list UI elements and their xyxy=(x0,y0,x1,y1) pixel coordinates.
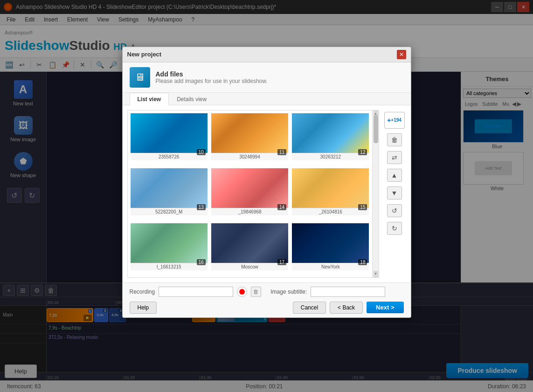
image-thumb-newyork xyxy=(292,223,369,263)
image-cell-12[interactable]: 12 30263212 xyxy=(291,112,370,165)
image-thumb-kid2 xyxy=(292,168,369,208)
add-files-button[interactable]: + +194 xyxy=(384,112,405,129)
modal-header-text: Add files Please add images for use in y… xyxy=(156,70,268,84)
new-project-modal: New project ✕ 🖥 Add files Please add ima… xyxy=(122,47,411,318)
image-cell-11[interactable]: 11 30248994 xyxy=(210,112,289,165)
modal-body: 10 23558726 11 30248994 12 30263212 xyxy=(123,105,411,282)
modal-fields: Recording 🗑 Image subtitle: xyxy=(130,287,404,297)
modal-tabs: List view Details view xyxy=(123,93,411,105)
image-thumb-glasses xyxy=(292,113,369,153)
modal-header-desc: Please add images for use in your slides… xyxy=(156,78,268,84)
add-count-label: +194 xyxy=(391,117,401,123)
move-up-button[interactable]: ▲ xyxy=(387,169,402,182)
image-cell-16[interactable]: 16 I_16613215 xyxy=(130,222,208,275)
record-button[interactable] xyxy=(237,287,247,297)
image-name-18: NewYork xyxy=(292,263,369,270)
image-cell-17[interactable]: 17 Moscow xyxy=(210,222,289,275)
rotate-ccw-ctrl[interactable]: ↺ xyxy=(387,204,402,217)
modal-close-button[interactable]: ✕ xyxy=(397,50,406,59)
image-num-14: 14 xyxy=(277,204,286,210)
image-name-13: 52282200_M xyxy=(131,208,208,215)
modal-header: 🖥 Add files Please add images for use in… xyxy=(123,62,411,93)
recording-field: Recording 🗑 xyxy=(130,287,262,297)
image-cell-15[interactable]: 15 _26104816 xyxy=(291,167,370,220)
grid-side-controls: + +194 🗑 ⇄ ▲ ▼ ↺ ↻ xyxy=(383,110,406,278)
image-thumb-kids xyxy=(211,113,288,153)
image-cell-13[interactable]: 13 52282200_M xyxy=(130,167,208,220)
image-grid-scrollbar[interactable]: ▲ ▼ xyxy=(372,110,379,277)
modal-help-button[interactable]: Help xyxy=(130,302,157,314)
rotate-cw-ctrl[interactable]: ↻ xyxy=(387,222,402,235)
modal-titlebar: New project ✕ xyxy=(123,47,411,62)
modal-overlay: New project ✕ 🖥 Add files Please add ima… xyxy=(0,0,533,392)
image-grid: 10 23558726 11 30248994 12 30263212 xyxy=(128,110,372,277)
image-num-18: 18 xyxy=(358,259,367,265)
modal-header-title: Add files xyxy=(156,70,268,78)
scroll-down-button[interactable]: ▼ xyxy=(374,271,378,277)
recording-input[interactable] xyxy=(159,287,233,297)
modal-next-button[interactable]: Next > xyxy=(367,302,403,313)
recording-delete-button[interactable]: 🗑 xyxy=(251,287,261,297)
image-thumb-dance xyxy=(131,168,208,208)
modal-bottom: Recording 🗑 Image subtitle: Help Cancel … xyxy=(123,282,411,317)
image-name-17: Moscow xyxy=(211,263,288,270)
image-subtitle-input[interactable] xyxy=(311,287,385,297)
image-name-10: 23558726 xyxy=(131,153,208,160)
image-num-17: 17 xyxy=(277,259,286,265)
image-subtitle-field: Image subtitle: xyxy=(270,287,385,297)
modal-header-icon: 🖥 xyxy=(130,67,150,88)
image-name-15: _26104816 xyxy=(292,208,369,215)
image-cell-10[interactable]: 10 23558726 xyxy=(130,112,208,165)
image-num-15: 15 xyxy=(358,204,367,210)
image-name-16: I_16613215 xyxy=(131,263,208,270)
image-name-12: 30263212 xyxy=(292,153,369,160)
image-thumb-group xyxy=(211,168,288,208)
image-thumb-family xyxy=(131,223,208,263)
scrollbar-thumb[interactable] xyxy=(374,115,378,143)
image-num-10: 10 xyxy=(197,149,206,155)
image-name-14: _19846968 xyxy=(211,208,288,215)
shuffle-button[interactable]: ⇄ xyxy=(387,151,402,164)
modal-actions: Help Cancel < Back Next > xyxy=(130,302,404,314)
record-dot-icon xyxy=(239,289,245,295)
image-cell-14[interactable]: 14 _19846968 xyxy=(210,167,289,220)
modal-cancel-button[interactable]: Cancel xyxy=(293,302,326,314)
image-num-12: 12 xyxy=(358,149,367,155)
delete-file-button[interactable]: 🗑 xyxy=(387,133,402,146)
image-num-11: 11 xyxy=(277,149,286,155)
modal-tab-list[interactable]: List view xyxy=(130,93,169,105)
image-num-13: 13 xyxy=(197,204,206,210)
modal-title: New project xyxy=(127,51,162,58)
image-subtitle-label: Image subtitle: xyxy=(270,289,307,295)
image-cell-18[interactable]: 18 NewYork xyxy=(291,222,370,275)
image-thumb-moscow xyxy=(211,223,288,263)
image-thumb-surf xyxy=(131,113,208,153)
image-num-16: 16 xyxy=(197,259,206,265)
recording-label: Recording xyxy=(130,289,155,295)
modal-tab-details[interactable]: Details view xyxy=(169,93,215,105)
modal-back-button[interactable]: < Back xyxy=(330,302,363,314)
move-down-button[interactable]: ▼ xyxy=(387,186,402,199)
image-name-11: 30248994 xyxy=(211,153,288,160)
image-grid-container: 10 23558726 11 30248994 12 30263212 xyxy=(127,110,379,278)
